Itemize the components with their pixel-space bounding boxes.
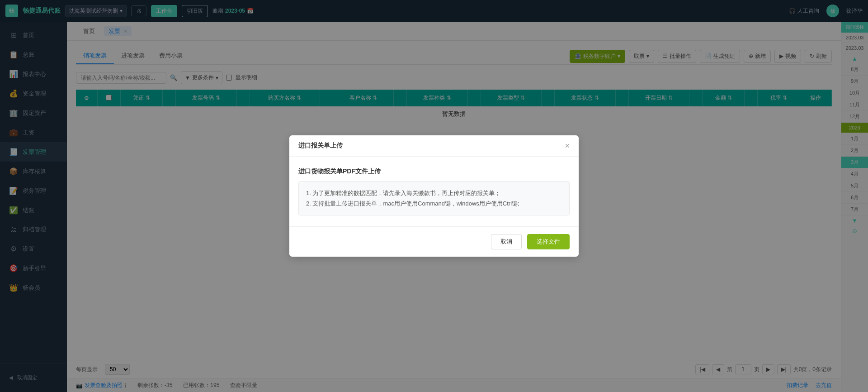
modal-close-btn[interactable]: ×: [565, 142, 570, 150]
modal-upload-title: 进口货物报关单PDF文件上传: [298, 167, 570, 176]
modal-footer: 取消 选择文件: [289, 226, 579, 257]
modal-info-item-1: 2. 支持批量上传进口报关单，mac用户使用Command键，windows用户…: [306, 198, 562, 209]
modal-header: 进口报关单上传 ×: [289, 135, 579, 157]
modal-info-box: 1. 为了更加精准的数据匹配，请先录入海关缴款书，再上传对应的报关单； 2. 支…: [298, 181, 570, 216]
upload-modal: 进口报关单上传 × 进口货物报关单PDF文件上传 1. 为了更加精准的数据匹配，…: [289, 135, 579, 257]
modal-confirm-btn[interactable]: 选择文件: [527, 234, 570, 249]
modal-body: 进口货物报关单PDF文件上传 1. 为了更加精准的数据匹配，请先录入海关缴款书，…: [289, 157, 579, 227]
modal-overlay: 进口报关单上传 × 进口货物报关单PDF文件上传 1. 为了更加精准的数据匹配，…: [0, 0, 868, 392]
modal-info-item-0: 1. 为了更加精准的数据匹配，请先录入海关缴款书，再上传对应的报关单；: [306, 188, 562, 198]
modal-title: 进口报关单上传: [298, 142, 343, 150]
modal-cancel-btn[interactable]: 取消: [491, 234, 522, 249]
